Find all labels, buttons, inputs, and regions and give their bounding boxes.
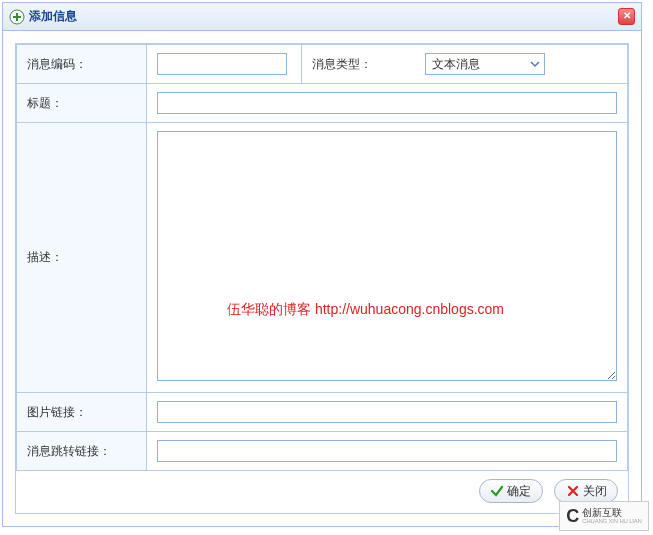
title-input[interactable] xyxy=(157,92,617,114)
msg-type-select[interactable]: 文本消息 xyxy=(425,53,545,75)
close-icon[interactable]: ✕ xyxy=(618,8,635,25)
dialog-body: 消息编码： 消息类型： 文本消息 xyxy=(3,31,641,526)
close-button[interactable]: 关闭 xyxy=(554,479,618,503)
image-link-label: 图片链接： xyxy=(17,393,147,432)
check-icon xyxy=(490,484,504,498)
msg-code-input[interactable] xyxy=(157,53,287,75)
form-panel: 消息编码： 消息类型： 文本消息 xyxy=(15,43,629,514)
logo-en-text: CHUANG XIN HU LIAN xyxy=(582,518,641,524)
x-icon xyxy=(566,484,580,498)
logo-mark: C xyxy=(566,506,579,527)
button-bar: 确定 关闭 xyxy=(16,471,628,513)
redirect-link-label: 消息跳转链接： xyxy=(17,432,147,471)
brand-logo: C 创新互联 CHUANG XIN HU LIAN xyxy=(559,501,649,531)
desc-textarea[interactable] xyxy=(157,131,617,381)
title-label: 标题： xyxy=(17,84,147,123)
add-icon xyxy=(9,9,25,25)
ok-button[interactable]: 确定 xyxy=(479,479,543,503)
redirect-link-input[interactable] xyxy=(157,440,617,462)
title-bar: 添加信息 ✕ xyxy=(3,3,641,31)
svg-rect-2 xyxy=(13,16,21,18)
chevron-down-icon xyxy=(526,54,544,74)
dialog-title: 添加信息 xyxy=(29,8,77,25)
form-table: 消息编码： 消息类型： 文本消息 xyxy=(16,44,628,471)
msg-type-label: 消息类型： xyxy=(312,56,422,73)
desc-label: 描述： xyxy=(17,123,147,393)
dialog-window: 添加信息 ✕ 消息编码： 消息类型： 文本消息 xyxy=(2,2,642,527)
close-button-label: 关闭 xyxy=(583,483,607,500)
msg-type-value: 文本消息 xyxy=(426,56,526,73)
logo-cn-text: 创新互联 xyxy=(582,508,641,518)
ok-button-label: 确定 xyxy=(507,483,531,500)
msg-code-label: 消息编码： xyxy=(17,45,147,84)
image-link-input[interactable] xyxy=(157,401,617,423)
